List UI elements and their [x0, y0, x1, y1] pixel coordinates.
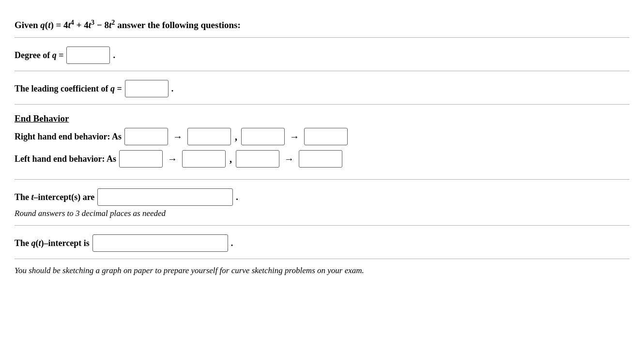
t-intercept-input[interactable]: [97, 188, 233, 206]
left-hand-comma: ,: [230, 154, 232, 165]
right-hand-arrow-2: →: [290, 131, 299, 142]
qt-intercept-label: The q(t)–intercept is: [15, 238, 90, 248]
qt-intercept-section: The q(t)–intercept is .: [15, 226, 629, 259]
question-title: Given q(t) = 4t4 + 4t3 − 8t2 answer the …: [15, 18, 629, 31]
left-hand-input-2[interactable]: [182, 150, 226, 168]
left-hand-arrow-2: →: [284, 154, 294, 165]
leading-coefficient-label: The leading coefficient of q =: [15, 84, 122, 94]
degree-label: Degree of q =: [15, 50, 63, 61]
degree-dot: .: [113, 50, 115, 61]
degree-row: Degree of q = .: [15, 46, 629, 64]
left-hand-input-3[interactable]: [236, 150, 279, 168]
right-hand-row: Right hand end behavior: As → , →: [15, 128, 629, 145]
t-intercept-section: The t–intercept(s) are . Round answers t…: [15, 180, 629, 226]
leading-coefficient-dot: .: [171, 84, 174, 94]
end-behavior-title: End Behavior: [15, 113, 629, 124]
left-hand-input-1[interactable]: [119, 150, 163, 168]
right-hand-input-4[interactable]: [304, 128, 348, 145]
leading-coefficient-section: The leading coefficient of q = .: [15, 71, 629, 105]
leading-coefficient-row: The leading coefficient of q = .: [15, 80, 629, 97]
t-intercept-row: The t–intercept(s) are .: [15, 188, 629, 206]
leading-coefficient-input[interactable]: [125, 80, 169, 97]
qt-intercept-input[interactable]: [92, 234, 228, 252]
right-hand-label: Right hand end behavior: As: [15, 132, 122, 142]
t-intercept-label: The t–intercept(s) are: [15, 192, 94, 202]
right-hand-comma: ,: [235, 131, 237, 142]
t-intercept-dot: .: [236, 192, 238, 202]
right-hand-input-2[interactable]: [187, 128, 231, 145]
right-hand-input-3[interactable]: [241, 128, 285, 145]
qt-intercept-row: The q(t)–intercept is .: [15, 234, 629, 252]
right-hand-arrow-1: →: [173, 131, 183, 142]
t-intercept-note: Round answers to 3 decimal places as nee…: [15, 209, 629, 218]
degree-input[interactable]: [66, 46, 110, 64]
right-hand-input-1[interactable]: [124, 128, 168, 145]
end-behavior-section: End Behavior Right hand end behavior: As…: [15, 105, 629, 180]
left-hand-row: Left hand end behavior: As → , →: [15, 150, 629, 168]
left-hand-input-4[interactable]: [299, 150, 342, 168]
left-hand-arrow-1: →: [168, 154, 177, 165]
footer-note: You should be sketching a graph on paper…: [15, 259, 629, 276]
degree-section: Degree of q = .: [15, 38, 629, 71]
left-hand-label: Left hand end behavior: As: [15, 154, 116, 164]
question-header: Given q(t) = 4t4 + 4t3 − 8t2 answer the …: [15, 10, 629, 38]
qt-intercept-dot: .: [231, 238, 233, 248]
